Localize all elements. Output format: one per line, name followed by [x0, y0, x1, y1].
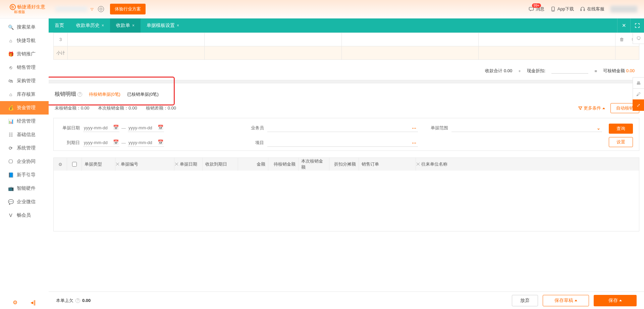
chevron-down-icon[interactable]: ⌄: [597, 126, 601, 131]
row-delete-icon[interactable]: 🗑: [620, 37, 624, 42]
sidebar-item-10[interactable]: 🖵企业协同: [0, 155, 49, 168]
messages-badge: 99+: [532, 3, 541, 8]
sidebar-item-8[interactable]: ☷基础信息: [0, 128, 49, 141]
chevron-up-icon: [619, 300, 622, 301]
rail-link-icon[interactable]: 🖊: [633, 88, 644, 100]
app-download-link[interactable]: App下载: [550, 6, 574, 12]
cash-discount-input[interactable]: [551, 68, 588, 74]
project-input[interactable]: [267, 139, 418, 147]
user-avatar[interactable]: [610, 6, 637, 12]
messages-link[interactable]: 消息 99+: [529, 6, 544, 12]
settings-gear-icon[interactable]: [98, 6, 104, 12]
tab-1[interactable]: 收款单历史×: [70, 18, 110, 33]
sidebar-item-0[interactable]: 🔍搜索菜单: [0, 20, 49, 34]
sidebar-item-icon: ⌂: [8, 92, 13, 97]
col-bill-date[interactable]: 单据日期: [174, 158, 203, 171]
table-body-empty: [54, 171, 639, 231]
stat-unwritten: 未核销金额：0.00: [55, 105, 89, 111]
sidebar-item-icon: ⌂: [8, 38, 13, 43]
tab-2[interactable]: 收款单×: [110, 18, 141, 33]
tab-pending-writeoff[interactable]: 待核销单据(0笔): [89, 91, 120, 97]
brand-edition: 标准版: [14, 9, 25, 14]
table-settings-icon[interactable]: ⚙: [54, 158, 67, 171]
bill-scope-select[interactable]: [451, 124, 602, 132]
chevron-up-icon: [602, 107, 605, 109]
select-all-checkbox[interactable]: [72, 162, 77, 167]
discard-button[interactable]: 放弃: [512, 295, 538, 306]
col-sales-order[interactable]: 销售订单: [359, 158, 416, 171]
right-rail: 🗨 🖶 🖊 ⤢: [633, 33, 644, 111]
sidebar-collapse-icon[interactable]: ◂∥: [31, 299, 36, 306]
sidebar-item-5[interactable]: ⌂库存核算: [0, 88, 49, 101]
sidebar-item-icon: 📊: [8, 119, 13, 124]
customer-service-link[interactable]: 在线客服: [580, 6, 604, 12]
due-date-from-input[interactable]: [83, 139, 119, 147]
sidebar-item-7[interactable]: 📊经营管理: [0, 115, 49, 128]
tab-0[interactable]: 首页×: [49, 18, 70, 33]
company-selector[interactable]: ▽: [55, 6, 93, 12]
bill-date-to-input[interactable]: [128, 124, 164, 132]
writeoff-table: ⚙ 单据类型 单据编号 单据日期 收款到期日 金额 待核销金额 本次核销金额 折…: [53, 158, 639, 231]
tab-3[interactable]: 单据模板设置×: [141, 18, 185, 33]
sidebar-item-4[interactable]: 🛍采购管理: [0, 74, 49, 88]
sidebar-item-12[interactable]: 📺智能硬件: [0, 182, 49, 195]
sidebar-item-icon: 💬: [8, 199, 13, 205]
filter-settings-button[interactable]: 设置: [609, 137, 633, 147]
col-bill-number[interactable]: 单据编号: [115, 158, 174, 171]
bill-date-from-input[interactable]: [83, 124, 119, 132]
summary-bar: 收款合计 0.00 + 现金折扣: = 可核销金额 0.00: [49, 67, 644, 80]
try-industry-plan-button[interactable]: 体验行业方案: [110, 4, 146, 14]
svg-rect-4: [584, 9, 585, 11]
tab-close-icon[interactable]: ×: [102, 23, 104, 28]
headset-icon: [580, 6, 585, 12]
svg-point-2: [553, 10, 553, 11]
col-customer-name[interactable]: 往来单位名称: [416, 158, 639, 171]
col-amount[interactable]: 金额: [238, 158, 268, 171]
row-index: 3: [54, 33, 68, 46]
tab-close-icon[interactable]: ×: [132, 23, 135, 28]
sidebar-item-11[interactable]: 📘新手引导: [0, 168, 49, 182]
col-discount-share[interactable]: 折扣分摊额: [329, 158, 359, 171]
tab-close-icon[interactable]: ×: [177, 23, 179, 28]
due-date-to-input[interactable]: [128, 139, 164, 147]
sidebar-item-6[interactable]: 💰资金管理: [0, 101, 49, 115]
sidebar-item-2[interactable]: 🎁营销推广: [0, 47, 49, 61]
svg-rect-3: [581, 9, 582, 11]
sidebar-item-3[interactable]: ⎋销售管理: [0, 61, 49, 74]
chevron-down-icon: ▽: [91, 7, 93, 11]
tab-close-all-button[interactable]: ✕: [617, 18, 631, 33]
col-bill-type[interactable]: 单据类型: [82, 158, 115, 171]
help-icon[interactable]: ?: [75, 298, 80, 303]
rail-note-icon[interactable]: 🗨: [633, 33, 644, 44]
col-due-date[interactable]: 收款到期日: [203, 158, 238, 171]
more-filters-toggle[interactable]: 更多条件: [578, 105, 605, 111]
sidebar-item-icon: ☷: [8, 132, 13, 137]
rail-print-icon[interactable]: 🖶: [633, 77, 644, 89]
sidebar-item-icon: 📺: [8, 186, 13, 191]
operator-input[interactable]: [267, 124, 418, 132]
filter-panel: 单据日期 📅 — 📅 业务员 ⋯ 单据范围: [53, 118, 639, 151]
sidebar-settings-icon[interactable]: ⚙: [13, 299, 17, 306]
save-draft-button[interactable]: 保存草稿: [543, 295, 589, 306]
sidebar-item-1[interactable]: ⌂快捷导航: [0, 34, 49, 47]
subtotal-label: 小计: [54, 46, 68, 59]
owe-label: 本单上欠: [56, 298, 73, 304]
save-button[interactable]: 保存: [594, 295, 637, 306]
operator-picker-icon[interactable]: ⋯: [412, 126, 417, 131]
query-button[interactable]: 查询: [609, 124, 633, 134]
project-picker-icon[interactable]: ⋯: [412, 140, 417, 145]
payment-lines-table: 3 🗑 ⧉ 小计: [53, 33, 639, 60]
sidebar: 🔍搜索菜单⌂快捷导航🎁营销推广⎋销售管理🛍采购管理⌂库存核算💰资金管理📊经营管理…: [0, 18, 49, 309]
writeoff-title: 核销明细 ?: [55, 91, 82, 98]
tab-fullscreen-button[interactable]: [631, 18, 644, 33]
col-pending-amount[interactable]: 待核销金额: [268, 158, 299, 171]
col-current-amount[interactable]: 本次核销金额: [299, 158, 329, 171]
sidebar-item-icon: 🛍: [8, 78, 13, 84]
sidebar-item-9[interactable]: ⟳系统管理: [0, 141, 49, 155]
sidebar-item-13[interactable]: 💬企业微信: [0, 195, 49, 209]
rail-expand-icon[interactable]: ⤢: [633, 99, 644, 111]
help-icon[interactable]: ?: [77, 92, 82, 97]
sidebar-item-14[interactable]: V畅会员: [0, 209, 49, 222]
tab-done-writeoff[interactable]: 已核销单据(0笔): [127, 91, 159, 97]
chevron-up-icon: [575, 300, 577, 301]
